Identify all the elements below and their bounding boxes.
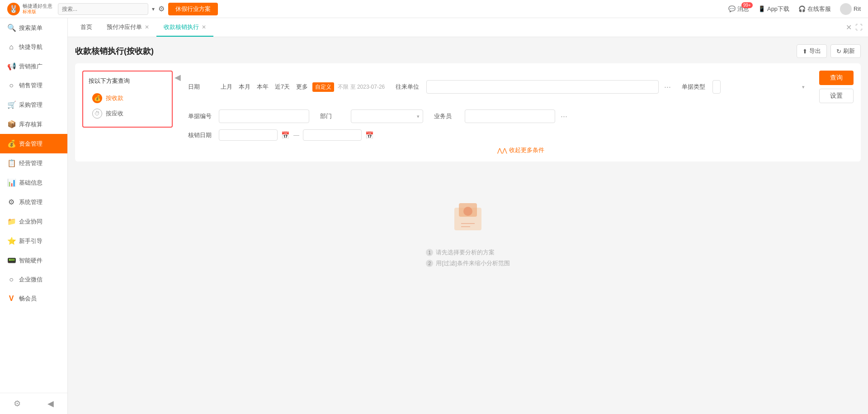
settings-button[interactable]: 设置: [819, 89, 854, 103]
bill-no-filter-group: 单据编号: [188, 109, 309, 123]
collapse-more-btn[interactable]: ⋀⋀ 收起更多条件: [188, 146, 854, 154]
sidebar-settings-btn[interactable]: ⚙: [14, 399, 21, 409]
tab-receivable-label: 收款核销执行: [164, 23, 199, 31]
app-download-label: App下载: [767, 5, 789, 13]
filter-option-by-receivable[interactable]: ⏱ 按应收: [89, 106, 166, 121]
smart-hardware-icon: 📟: [7, 256, 15, 265]
sidebar-label-enterprise: 企业协同: [19, 218, 42, 226]
tab-receivable[interactable]: 收款核销执行 ✕: [156, 18, 213, 37]
by-receivable-icon: ⏱: [92, 109, 102, 119]
empty-tip-1-text: 请先选择要分析的方案: [436, 248, 495, 257]
sidebar-bottom: ⚙ ◀: [0, 393, 67, 414]
date-last-7-days[interactable]: 近7天: [273, 82, 292, 92]
action-buttons: 查询 设置: [819, 71, 854, 103]
empty-tip-1: 1 请先选择要分析的方案: [426, 248, 509, 257]
sidebar-item-enterprise[interactable]: 📁 企业协同: [0, 212, 67, 231]
topbar-right: 💬 消息 99+ 📱 App下载 🎧 在线客服 Rit: [728, 3, 861, 15]
enterprise-icon: 📁: [7, 217, 15, 226]
tab-prepay[interactable]: 预付冲应付单 ✕: [99, 18, 156, 37]
staff-input[interactable]: [465, 109, 555, 123]
staff-more-icon[interactable]: ···: [561, 112, 567, 121]
message-icon: 💬: [728, 5, 736, 12]
refresh-button[interactable]: ↻ 刷新: [830, 44, 861, 58]
query-button[interactable]: 查询: [819, 71, 854, 85]
sidebar-label-member: 畅会员: [19, 295, 37, 303]
page-content: 收款核销执行(按收款) ⬆ 导出 ↻ 刷新: [68, 37, 868, 414]
verify-date-end-calendar-icon[interactable]: 📅: [365, 131, 374, 139]
department-select-wrapper: [351, 109, 423, 123]
date-more[interactable]: 更多: [294, 82, 310, 92]
logo: 🐰 畅捷通好生意 标准版: [7, 3, 52, 15]
sales-icon: ○: [7, 81, 15, 90]
sidebar-item-basic-info[interactable]: 📊 基础信息: [0, 173, 67, 192]
sidebar-label-smart-hardware: 智能硬件: [19, 257, 42, 265]
refresh-label: 刷新: [843, 47, 855, 55]
partner-input[interactable]: [426, 80, 659, 94]
partner-more-icon[interactable]: ···: [664, 82, 671, 92]
dropdown-arrow[interactable]: ▾: [152, 6, 155, 12]
topbar-search-input[interactable]: [58, 3, 148, 15]
date-last-month[interactable]: 上月: [219, 82, 234, 92]
filter-row-1: 日期 上月 本月 本年 近7天 更多 自定义: [188, 71, 854, 103]
verify-date-label: 核销日期: [188, 131, 215, 139]
sidebar-label-basic-info: 基础信息: [19, 179, 42, 187]
user-name: Rit: [854, 5, 861, 12]
filter-row-3: 核销日期 2023-03-01 📅 — 2023-07-21 📅: [188, 129, 854, 141]
export-button[interactable]: ⬆ 导出: [797, 44, 827, 58]
tab-expand-icon[interactable]: ⛶: [855, 24, 863, 32]
sidebar-item-operations[interactable]: 📋 经营管理: [0, 153, 67, 173]
filter-option-by-receipt[interactable]: 💰 按收款: [89, 90, 166, 106]
partner-label: 往来单位: [396, 83, 423, 91]
panel-collapse-button[interactable]: ◀: [175, 72, 181, 82]
sidebar-item-sales[interactable]: ○ 销售管理: [0, 76, 67, 95]
solution-button[interactable]: 休假行业方案: [168, 3, 218, 15]
sidebar-item-inventory[interactable]: 📦 库存核算: [0, 114, 67, 134]
date-separator: —: [293, 132, 299, 138]
verify-date-start-input[interactable]: 2023-03-01: [219, 129, 278, 141]
refresh-icon: ↻: [836, 48, 841, 55]
sidebar-item-search-menu[interactable]: 🔍 搜索菜单: [0, 18, 67, 38]
sidebar-item-purchase[interactable]: 🛒 采购管理: [0, 95, 67, 114]
verify-date-start-calendar-icon[interactable]: 📅: [281, 131, 290, 139]
sidebar-collapse-btn[interactable]: ◀: [47, 399, 54, 409]
filter-card: 按以下方案查询 💰 按收款 ⏱ 按应收 ◀: [75, 63, 861, 162]
sidebar-item-member[interactable]: V 畅会员: [0, 289, 67, 308]
verify-date-end-input[interactable]: 2023-07-21: [303, 129, 362, 141]
app-download-icon: 📱: [758, 5, 765, 12]
sidebar-item-system[interactable]: ⚙ 系统管理: [0, 192, 67, 212]
tip-num-2: 2: [426, 260, 433, 267]
bill-type-select[interactable]: [712, 80, 721, 94]
sidebar-label-sales: 销售管理: [19, 81, 42, 90]
tab-close-all-icon[interactable]: ✕: [846, 23, 852, 32]
sidebar-item-quick-nav[interactable]: ⌂ 快捷导航: [0, 38, 67, 57]
sidebar-item-guide[interactable]: ⭐ 新手引导: [0, 231, 67, 251]
sidebar-item-smart-hardware[interactable]: 📟 智能硬件: [0, 251, 67, 270]
sidebar-item-finance[interactable]: 💰 资金管理: [0, 134, 67, 153]
department-select[interactable]: [351, 109, 423, 123]
filter-side-panel: 按以下方案查询 💰 按收款 ⏱ 按应收: [82, 71, 173, 128]
guide-icon: ⭐: [7, 237, 15, 245]
app-download-item[interactable]: 📱 App下载: [758, 5, 789, 13]
tab-receivable-close[interactable]: ✕: [202, 24, 206, 30]
date-this-year[interactable]: 本年: [255, 82, 270, 92]
tab-home[interactable]: 首页: [73, 18, 99, 37]
settings-gear-icon[interactable]: ⚙: [158, 5, 165, 13]
filter-panel-title: 按以下方案查询: [89, 77, 166, 85]
wechat-icon: ○: [7, 276, 15, 284]
date-custom[interactable]: 自定义: [312, 82, 334, 92]
date-filter-group: 日期 上月 本月 本年 近7天 更多 自定义: [188, 82, 385, 92]
user-item[interactable]: Rit: [840, 3, 861, 15]
bill-no-input[interactable]: [219, 109, 309, 123]
empty-tip-2: 2 用[过滤]条件来缩小分析范围: [426, 259, 509, 267]
sidebar-item-marketing[interactable]: 📢 营销推广: [0, 57, 67, 76]
logo-text: 畅捷通好生意 标准版: [23, 3, 52, 14]
collapse-up-icon: ⋀⋀: [497, 147, 507, 154]
sidebar-item-wechat[interactable]: ○ 企业微信: [0, 270, 67, 289]
messages-item[interactable]: 💬 消息 99+: [728, 5, 749, 13]
bill-type-filter-group: 单据类型: [682, 80, 808, 94]
online-service-item[interactable]: 🎧 在线客服: [798, 5, 831, 13]
online-service-label: 在线客服: [807, 5, 831, 13]
tab-prepay-close[interactable]: ✕: [145, 24, 149, 30]
user-avatar: [840, 3, 852, 15]
date-this-month[interactable]: 本月: [237, 82, 252, 92]
